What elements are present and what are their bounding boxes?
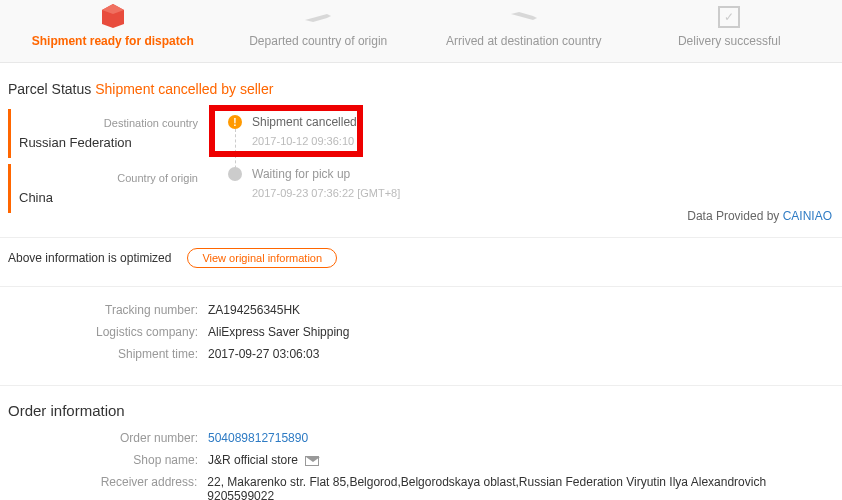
provider-link[interactable]: CAINIAO — [783, 209, 832, 223]
plane-landing-icon — [421, 0, 627, 28]
timeline-date: 2017-10-12 09:36:10 — [252, 135, 400, 147]
order-number-label: Order number: — [8, 431, 208, 445]
parcel-status: Parcel Status Shipment cancelled by sell… — [0, 63, 842, 109]
timeline-title: Waiting for pick up — [252, 167, 400, 181]
tracking-details: Tracking number: ZA194256345HK Logistics… — [0, 287, 842, 386]
parcel-status-value: Shipment cancelled by seller — [95, 81, 273, 97]
step-departed: Departed country of origin — [216, 0, 422, 48]
logistics-company-row: Logistics company: AliExpress Saver Ship… — [8, 325, 834, 339]
countries-panel: Destination country Russian Federation C… — [8, 109, 208, 219]
order-information: Order information Order number: 50408981… — [0, 386, 842, 500]
receiver-address-value: 22, Makarenko str. Flat 85,Belgorod,Belg… — [207, 475, 834, 500]
check-icon: ✓ — [627, 0, 833, 28]
logistics-company-value: AliExpress Saver Shipping — [208, 325, 349, 339]
alert-icon: ! — [228, 115, 242, 129]
plane-icon — [216, 0, 422, 28]
destination-label: Destination country — [19, 117, 198, 129]
destination-block: Destination country Russian Federation — [8, 109, 208, 158]
shop-name-row: Shop name: J&R official store — [8, 453, 834, 467]
shipment-time-label: Shipment time: — [8, 347, 208, 361]
step-label: Delivery successful — [627, 34, 833, 48]
order-number-row: Order number: 504089812715890 — [8, 431, 834, 445]
view-original-button[interactable]: View original information — [187, 248, 337, 268]
shipment-time-row: Shipment time: 2017-09-27 03:06:03 — [8, 347, 834, 361]
timeline: ! Shipment cancelled 2017-10-12 09:36:10… — [228, 109, 400, 219]
tracking-number-value: ZA194256345HK — [208, 303, 300, 317]
step-label: Departed country of origin — [216, 34, 422, 48]
timeline-item-cancelled: ! Shipment cancelled 2017-10-12 09:36:10 — [228, 115, 400, 147]
shipment-time-value: 2017-09-27 03:06:03 — [208, 347, 319, 361]
tracking-number-label: Tracking number: — [8, 303, 208, 317]
tracking-number-row: Tracking number: ZA194256345HK — [8, 303, 834, 317]
optimized-row: Above information is optimized View orig… — [0, 238, 842, 287]
destination-value: Russian Federation — [19, 135, 198, 150]
package-icon — [10, 0, 216, 28]
optimized-text: Above information is optimized — [8, 251, 171, 265]
dot-icon — [228, 167, 242, 181]
shop-name-label: Shop name: — [8, 453, 208, 467]
shop-name-value: J&R official store — [208, 453, 319, 467]
timeline-title: Shipment cancelled — [252, 115, 400, 129]
receiver-address-row: Receiver address: 22, Makarenko str. Fla… — [8, 475, 834, 500]
step-delivered: ✓ Delivery successful — [627, 0, 833, 48]
provider-text: Data Provided by — [687, 209, 782, 223]
mail-icon[interactable] — [305, 456, 319, 466]
shop-name-text: J&R official store — [208, 453, 298, 467]
parcel-status-label: Parcel Status — [8, 81, 91, 97]
receiver-address-label: Receiver address: — [8, 475, 207, 500]
order-heading: Order information — [8, 402, 834, 419]
origin-block: Country of origin China — [8, 164, 208, 213]
timeline-date: 2017-09-23 07:36:22 [GMT+8] — [252, 187, 400, 199]
logistics-company-label: Logistics company: — [8, 325, 208, 339]
origin-label: Country of origin — [19, 172, 198, 184]
timeline-item-waiting: Waiting for pick up 2017-09-23 07:36:22 … — [228, 167, 400, 199]
step-arrived: Arrived at destination country — [421, 0, 627, 48]
main-content: Destination country Russian Federation C… — [0, 109, 842, 238]
origin-value: China — [19, 190, 198, 205]
data-provider: Data Provided by CAINIAO — [677, 209, 842, 233]
step-label: Arrived at destination country — [421, 34, 627, 48]
progress-steps: Shipment ready for dispatch Departed cou… — [0, 0, 842, 63]
step-ready: Shipment ready for dispatch — [10, 0, 216, 48]
order-number-link[interactable]: 504089812715890 — [208, 431, 308, 445]
step-label: Shipment ready for dispatch — [10, 34, 216, 48]
